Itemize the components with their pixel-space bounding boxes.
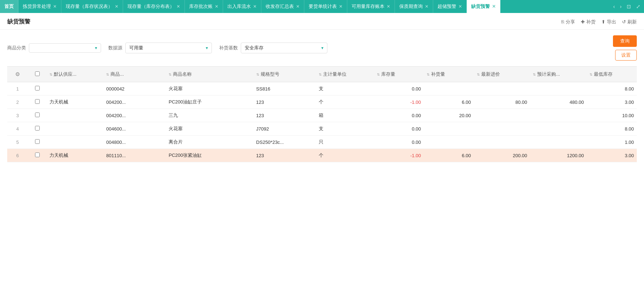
th-select-all (28, 67, 47, 82)
th-replenish: ⇅ 补货量 (424, 67, 474, 82)
share-button[interactable]: ⎘ 分享 (561, 19, 575, 25)
row-code: 801110... (103, 149, 166, 162)
tab-close-stock-dist[interactable]: ✕ (177, 4, 180, 9)
row-spec: 123 (253, 149, 316, 162)
tab-prev-button[interactable]: ‹ (611, 2, 617, 11)
tab-close-batch-account[interactable]: ✕ (215, 4, 218, 9)
row-stock: 0.00 (374, 82, 424, 96)
row-name: 火花塞 (166, 122, 253, 136)
row-checkbox-cell (28, 136, 47, 149)
tab-close-expiry-query[interactable]: ✕ (425, 4, 428, 9)
tab-home[interactable]: 首页 (0, 0, 18, 13)
row-checkbox[interactable] (35, 112, 40, 117)
row-checkbox[interactable] (35, 139, 40, 144)
row-checkbox[interactable] (35, 99, 40, 104)
row-unit: 个 (316, 96, 374, 109)
th-spec-sort-icon: ⇅ (256, 72, 259, 76)
replenish-base-filter-group: 补货基数 安全库存 ▾ (219, 43, 327, 53)
tab-close-order-stat[interactable]: ✕ (339, 4, 343, 9)
row-spec: 123 (253, 109, 316, 122)
row-latest-price (474, 136, 530, 149)
tab-avail-ledger[interactable]: 可用量库存账本 ✕ (347, 0, 395, 13)
tab-close-shortage[interactable]: ✕ (492, 4, 496, 9)
row-name: 离合片 (166, 136, 253, 149)
row-checkbox-cell (28, 109, 47, 122)
row-name: PC200油缸庄子 (166, 96, 253, 109)
th-code: ⇅ 商品... (103, 67, 166, 82)
export-button[interactable]: ⬆ 导出 (601, 19, 616, 25)
th-supplier: ⇅ 默认供应... (47, 67, 103, 82)
row-stock: 0.00 (374, 122, 424, 136)
column-settings-button[interactable]: ⚙ (14, 70, 21, 78)
tab-stock-status[interactable]: 现存量（库存状况表） ✕ (61, 0, 123, 13)
tab-fullscreen-button[interactable]: ⤢ (634, 2, 643, 11)
row-forecast-purchase (530, 109, 587, 122)
tab-close-inout-flow[interactable]: ✕ (253, 4, 257, 9)
row-latest-price (474, 109, 530, 122)
tab-restore-button[interactable]: ⊡ (625, 2, 633, 11)
th-code-sort-icon: ⇅ (106, 72, 109, 76)
th-gear: ⚙ (7, 67, 28, 82)
row-checkbox[interactable] (35, 126, 40, 131)
row-spec: DS250*23c... (253, 136, 316, 149)
row-name: PC200张紧油缸 (166, 149, 253, 162)
tab-close-avail-ledger[interactable]: ✕ (387, 4, 390, 9)
page-title: 缺货预警 (7, 18, 30, 26)
row-checkbox-cell (28, 122, 47, 136)
tab-shortage[interactable]: 缺货预警 ✕ (467, 0, 500, 13)
tab-inout-flow[interactable]: 出入库流水 ✕ (223, 0, 261, 13)
row-replenish: 6.00 (424, 96, 474, 109)
th-unit-sort-icon: ⇅ (319, 72, 322, 76)
replenish-base-select[interactable]: 安全库存 ▾ (241, 43, 327, 53)
th-min-stock: ⇅ 最低库存 (587, 67, 637, 82)
th-name-sort-icon: ⇅ (169, 72, 171, 76)
settings-button[interactable]: 设置 (615, 50, 637, 61)
header-actions: ⎘ 分享 ✚ 补货 ⬆ 导出 ↺ 刷新 (561, 19, 637, 25)
row-checkbox[interactable] (35, 86, 40, 90)
row-forecast-purchase (530, 82, 587, 96)
row-checkbox-cell (28, 82, 47, 96)
tab-close-stock-status[interactable]: ✕ (115, 4, 118, 9)
datasource-filter-group: 数据源 可用量 ▾ (108, 43, 212, 53)
replenish-icon: ✚ (581, 19, 585, 25)
tab-batch-account[interactable]: 库存批次账 ✕ (185, 0, 223, 13)
th-latest-price: ⇅ 最新进价 (474, 67, 530, 82)
row-code: 004800... (103, 136, 166, 149)
settings-button-row: 设置 (615, 48, 637, 61)
tab-recv-summary[interactable]: 收发存汇总表 ✕ (261, 0, 304, 13)
row-forecast-purchase (530, 136, 587, 149)
tab-overstock[interactable]: 超储预警 ✕ (433, 0, 467, 13)
table-body: 1 0000042 火花塞 SS816 支 0.00 8.00 2 力天机械 0… (7, 82, 637, 162)
row-supplier (47, 122, 103, 136)
tab-stock-dist[interactable]: 现存量（库存分布表） ✕ (123, 0, 185, 13)
refresh-button[interactable]: ↺ 刷新 (622, 19, 637, 25)
th-forecast-purchase: ⇅ 预计采购... (530, 67, 587, 82)
tab-order-stat[interactable]: 要货单统计表 ✕ (304, 0, 347, 13)
replenish-base-value: 安全库存 (245, 45, 264, 51)
row-supplier (47, 82, 103, 96)
row-checkbox[interactable] (35, 153, 40, 157)
replenish-button[interactable]: ✚ 补货 (581, 19, 596, 25)
row-name: 三九 (166, 109, 253, 122)
category-select[interactable]: ▾ (29, 43, 101, 53)
row-gear-cell: 3 (7, 109, 28, 122)
row-gear-cell: 6 (7, 149, 28, 162)
table-row: 3 004200... 三九 123 箱 0.00 20.00 10.00 (7, 109, 637, 122)
query-button[interactable]: 查询 (613, 35, 637, 47)
row-code: 004600... (103, 122, 166, 136)
row-replenish: 20.00 (424, 109, 474, 122)
th-forecast-sort-icon: ⇅ (533, 72, 536, 76)
table-row: 4 004600... 火花塞 J7092 支 0.00 8.00 (7, 122, 637, 136)
row-min-stock: 3.00 (587, 96, 637, 109)
tab-next-button[interactable]: › (618, 2, 624, 11)
tab-abnormal[interactable]: 拣货异常处理 ✕ (18, 0, 61, 13)
select-all-checkbox[interactable] (35, 71, 40, 76)
tab-expiry-query[interactable]: 保质期查询 ✕ (395, 0, 433, 13)
tab-close-overstock[interactable]: ✕ (458, 4, 462, 9)
row-code: 004200... (103, 109, 166, 122)
tab-close-abnormal[interactable]: ✕ (53, 4, 57, 9)
row-latest-price (474, 122, 530, 136)
category-filter-label: 商品分类 (7, 45, 26, 51)
tab-close-recv-summary[interactable]: ✕ (296, 4, 300, 9)
datasource-select[interactable]: 可用量 ▾ (125, 43, 212, 53)
